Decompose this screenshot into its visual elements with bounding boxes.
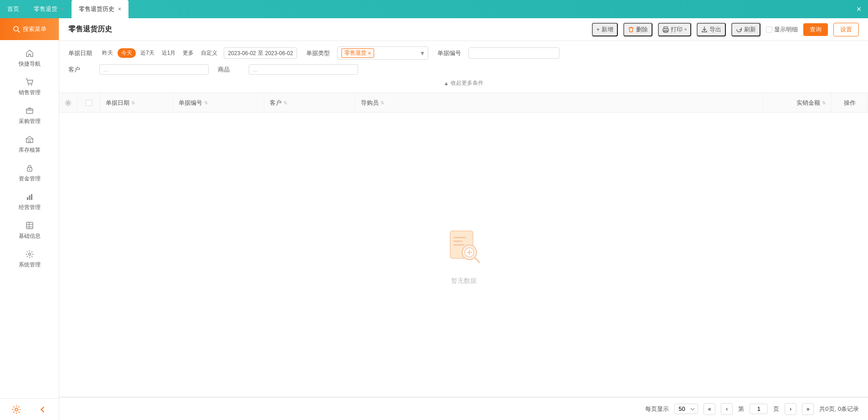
customer-select[interactable]: ... — [99, 64, 209, 75]
sidebar-item-sales[interactable]: 销售管理 — [0, 72, 59, 101]
bill-type-chevron: ▾ — [421, 49, 424, 57]
th-checkbox[interactable] — [77, 93, 100, 112]
bill-type-label: 单据类型 — [306, 49, 334, 57]
show-detail-label: 显示明细 — [774, 26, 798, 34]
sidebar-item-label: 快捷导航 — [19, 60, 41, 68]
th-bill-no[interactable]: 单据编号 ⇅ — [173, 93, 264, 112]
settings-label: 设置 — [840, 26, 852, 34]
sidebar-item-inventory[interactable]: 库存核算 — [0, 130, 59, 159]
collapse-button[interactable]: ▲ 收起更多条件 — [68, 79, 859, 87]
export-button[interactable]: 导出 — [697, 23, 726, 36]
empty-illustration — [441, 224, 487, 270]
th-customer[interactable]: 客户 ⇅ — [264, 93, 355, 112]
cart-icon — [25, 77, 35, 87]
sidebar-item-label: 库存核算 — [19, 146, 41, 154]
svg-rect-12 — [26, 222, 33, 229]
page-number-input[interactable] — [750, 404, 768, 414]
sidebar-item-label: 资金管理 — [19, 175, 41, 183]
empty-state: 暂无数据 — [59, 113, 868, 396]
filter-area: 单据日期 昨天 今天 近7天 近1月 更多 自定义 2023-06-02 至 2… — [59, 41, 868, 92]
tab-list: 首页 零售退货 × 零售退货历史 × — [0, 0, 850, 18]
box-icon — [25, 106, 35, 116]
svg-rect-24 — [453, 241, 462, 242]
date-btn-7days[interactable]: 近7天 — [138, 48, 157, 58]
pagination-bar: 每页显示 50 10 20 100 « ‹ 第 页 › » 共0页, 0条记录 — [59, 397, 868, 420]
per-page-select[interactable]: 50 10 20 100 — [674, 404, 698, 414]
add-button[interactable]: + 新增 — [592, 23, 618, 36]
sidebar-settings-button[interactable] — [9, 402, 24, 417]
sidebar-search-button[interactable]: 搜索菜单 — [0, 18, 59, 40]
page-title: 零售退货历史 — [68, 25, 112, 34]
sidebar-item-system[interactable]: 系统管理 — [0, 245, 59, 273]
next-page-button[interactable]: › — [785, 403, 796, 415]
first-page-button[interactable]: « — [704, 403, 715, 415]
show-detail-checkbox[interactable] — [766, 26, 772, 33]
sort-date-icon[interactable]: ⇅ — [131, 100, 135, 105]
header-checkbox[interactable] — [86, 100, 92, 106]
goods-select[interactable]: ... — [249, 64, 358, 75]
refresh-button[interactable]: 刷新 — [731, 23, 760, 36]
bill-number-input[interactable] — [468, 47, 560, 59]
show-detail-toggle[interactable]: 显示明细 — [766, 26, 798, 34]
filter-row-2: 客户 ... 商品 ... — [68, 64, 859, 75]
prev-page-button[interactable]: ‹ — [721, 403, 733, 415]
search-icon — [13, 26, 20, 33]
window-close-button[interactable]: × — [850, 0, 868, 18]
sidebar-collapse-button[interactable] — [35, 402, 50, 417]
sort-bill-icon[interactable]: ⇅ — [204, 100, 208, 105]
sort-customer-icon[interactable]: ⇅ — [283, 100, 287, 105]
collapse-icon: ▲ — [444, 80, 449, 87]
th-guide[interactable]: 导购员 ⇅ — [355, 93, 763, 112]
tab-retail-return-history-label: 零售退货历史 — [79, 5, 114, 13]
sidebar-item-basic-info[interactable]: 基础信息 — [0, 216, 59, 245]
date-btn-1month[interactable]: 近1月 — [159, 48, 179, 58]
tab-retail-return-label: 零售退货 — [34, 5, 57, 13]
sidebar-item-finance[interactable]: 资金管理 — [0, 159, 59, 187]
svg-rect-11 — [31, 194, 32, 200]
tab-retail-return[interactable]: 零售退货 × — [26, 0, 72, 18]
home-icon — [25, 48, 35, 58]
svg-rect-9 — [27, 197, 28, 200]
th-date[interactable]: 单据日期 ⇅ — [100, 93, 173, 112]
table-icon — [25, 220, 35, 230]
th-op: 操作 — [832, 93, 868, 112]
query-button[interactable]: 查询 — [803, 23, 828, 36]
first-page-icon: « — [708, 406, 711, 412]
table-container: 单据日期 ⇅ 单据编号 ⇅ 客户 ⇅ 导购员 ⇅ 实销金额 ⇅ — [59, 93, 868, 396]
th-settings[interactable] — [59, 93, 77, 112]
total-info: 共0页, 0条记录 — [819, 405, 859, 413]
print-button[interactable]: 打印 ▾ — [658, 23, 691, 36]
date-btn-today[interactable]: 今天 — [118, 48, 136, 58]
tab-retail-return-history-close[interactable]: × — [118, 6, 121, 12]
print-chevron: ▾ — [684, 27, 687, 32]
delete-button[interactable]: 删除 — [623, 23, 652, 36]
customer-label: 客户 — [68, 66, 96, 74]
settings-icon — [25, 249, 35, 259]
bill-type-tag: 零售退货 × — [341, 48, 374, 58]
tab-home[interactable]: 首页 — [0, 0, 26, 18]
sidebar-item-purchase[interactable]: 采购管理 — [0, 101, 59, 130]
page-label: 第 — [738, 405, 744, 413]
delete-label: 删除 — [636, 26, 648, 34]
sort-guide-icon[interactable]: ⇅ — [380, 100, 384, 105]
sidebar-item-label: 基础信息 — [19, 232, 41, 240]
svg-point-21 — [67, 102, 69, 104]
date-btn-custom[interactable]: 自定义 — [198, 48, 220, 58]
sort-amount-icon[interactable]: ⇅ — [822, 100, 826, 105]
tab-retail-return-history[interactable]: 零售退货历史 × — [72, 0, 128, 18]
date-btn-yesterday[interactable]: 昨天 — [99, 48, 116, 58]
settings-button[interactable]: 设置 — [833, 23, 859, 36]
sidebar-item-operations[interactable]: 经营管理 — [0, 187, 59, 216]
print-label: 打印 — [671, 26, 683, 34]
sidebar-nav: 快捷导航 销售管理 — [0, 40, 59, 398]
bill-type-remove[interactable]: × — [368, 50, 371, 56]
sidebar-item-quick-nav[interactable]: 快捷导航 — [0, 44, 59, 72]
column-settings-icon — [65, 99, 72, 107]
th-amount[interactable]: 实销金额 ⇅ — [763, 93, 832, 112]
date-input-range[interactable]: 2023-06-02 至 2023-06-02 — [224, 47, 297, 59]
bill-type-select[interactable]: 零售退货 × ▾ — [337, 46, 428, 60]
date-btn-more[interactable]: 更多 — [180, 48, 196, 58]
tab-retail-return-close[interactable]: × — [61, 6, 64, 12]
last-page-button[interactable]: » — [802, 403, 814, 415]
svg-line-30 — [475, 258, 479, 262]
